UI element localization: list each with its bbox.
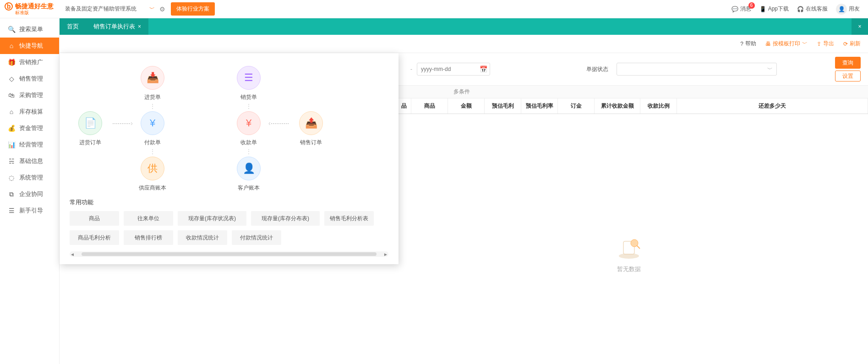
sidebar-item-inventory[interactable]: ⌂ 库存核算 [0,103,59,120]
empty-text: 暂无数据 [617,265,641,273]
quicknav-flyout: 📄 进货订单 📥 进货单 ⋮ ¥ 付款单 ⋮ [60,53,399,264]
gear-icon[interactable]: ⚙ [159,5,165,13]
export-icon: ⇪ [817,41,821,47]
flyout-scrollbar[interactable]: ◄ ► [70,251,388,257]
app-download-button[interactable]: 📱 App下载 [759,5,789,13]
settings-icon: ◌ [7,174,16,181]
help-label: 帮助 [745,40,756,48]
flow-sale[interactable]: ☰ 销货单 [228,66,269,101]
tab-active-label: 销售订单执行表 [93,22,135,31]
arrow-down-icon: ⋮ [246,148,251,155]
flow-purchase-order[interactable]: 📄 进货订单 [70,111,111,147]
sidebar-item-label: 营销推广 [19,58,43,66]
export-label: 导出 [823,40,834,48]
common-btn-contacts[interactable]: 往来单位 [124,211,173,226]
refresh-icon: ⟳ [843,41,848,47]
common-functions-title: 常用功能 [70,198,388,206]
system-select-label: 装备及固定资产辅助管理系统 [65,5,136,13]
scroll-right-icon[interactable]: ► [383,252,388,257]
system-select[interactable]: 装备及固定资产辅助管理系统 ﹀ [65,5,155,13]
export-button[interactable]: ⇪ 导出 [817,40,834,48]
sidebar-item-collab[interactable]: ⧉ 企业协同 [0,186,59,202]
sidebar-item-basic[interactable]: ☵ 基础信息 [0,153,59,169]
print-button[interactable]: 🖶 按模板打印 ﹀ [765,40,808,48]
flow-payment[interactable]: ¥ 付款单 [132,111,173,147]
status-select[interactable]: ﹀ [617,63,777,76]
tab-active[interactable]: 销售订单执行表 × [86,18,148,35]
flow-label: 销售订单 [300,139,322,147]
tabs-bar: 首页 销售订单执行表 × × [60,18,868,35]
user-name: 用友 [849,5,860,13]
flow-label: 供应商账本 [139,184,166,192]
brand: b 畅捷通好生意 标准版 [0,2,60,16]
table-col-3: 预估毛利 [485,98,521,114]
tab-home-label: 首页 [67,22,79,31]
flow-label: 进货单 [144,93,161,101]
flow-supplier-book[interactable]: 供 供应商账本 [132,157,173,192]
query-button[interactable]: 查询 [835,57,861,69]
tabs-close-all[interactable]: × [852,18,868,35]
table-col-4: 预估毛利率 [521,98,558,114]
close-icon[interactable]: × [138,23,141,30]
app-download-label: App下载 [768,5,789,13]
bag-icon: 🛍 [7,92,16,99]
sidebar-search[interactable]: 🔍 搜索菜单 [0,21,59,38]
avatar-icon: 👤 [836,4,847,15]
top-header: b 畅捷通好生意 标准版 装备及固定资产辅助管理系统 ﹀ ⚙ 体验行业方案 💬 … [0,0,868,18]
doc-arrow-icon: 📄 [78,111,102,135]
page-toolbar: ? 帮助 🖶 按模板打印 ﹀ ⇪ 导出 ⟳ 刷新 [60,35,868,53]
empty-illustration-icon [615,233,643,261]
common-btn-payment-stat[interactable]: 付款情况统计 [232,230,281,245]
sidebar-item-system[interactable]: ◌ 系统管理 [0,169,59,186]
online-service-button[interactable]: 🎧 在线客服 [797,5,828,13]
sidebar-item-label: 新手引导 [19,206,43,215]
refresh-button[interactable]: ⟳ 刷新 [843,40,861,48]
sidebar-item-guide[interactable]: ☰ 新手引导 [0,202,59,219]
common-btn-stock-status[interactable]: 现存量(库存状况表) [178,211,246,226]
money-out-icon: ¥ [141,111,164,135]
arrow-down-icon: ⋮ [150,103,155,109]
flow-label: 客户账本 [238,184,260,192]
tab-home[interactable]: 首页 [60,18,86,35]
sidebar-item-label: 基础信息 [19,157,43,165]
common-btn-product-profit[interactable]: 商品毛利分析 [70,230,119,245]
chevron-down-icon: ﹀ [149,5,155,13]
sidebar-item-sales[interactable]: ◇ 销售管理 [0,71,59,87]
chevron-down-icon: ﹀ [767,65,773,73]
sidebar-item-finance[interactable]: 💰 资金管理 [0,120,59,136]
sidebar: 🔍 搜索菜单 ⌂ 快捷导航 🎁 营销推广 ◇ 销售管理 🛍 采购管理 ⌂ 库存核… [0,18,60,364]
print-icon: 🖶 [765,41,771,47]
warehouse-icon: ⌂ [7,108,16,115]
customer-icon: 👤 [237,157,261,180]
brand-subtitle: 标准版 [15,10,29,16]
sidebar-item-quicknav[interactable]: ⌂ 快捷导航 [0,38,59,54]
user-menu[interactable]: 👤 用友 [836,4,860,15]
date-separator: - [410,66,412,72]
flow-purchase[interactable]: 📥 进货单 [132,66,173,101]
flow-customer-book[interactable]: 👤 客户账本 [228,157,269,192]
gift-icon: 🎁 [7,59,16,66]
common-btn-sales-profit[interactable]: 销售毛利分析表 [324,211,374,226]
common-btn-product[interactable]: 商品 [70,211,119,226]
set-button[interactable]: 设置 [835,71,861,81]
experience-button[interactable]: 体验行业方案 [171,2,215,16]
flow-receipt[interactable]: ¥ 收款单 [228,111,269,147]
svg-line-3 [637,245,640,249]
more-conditions-label: 多条件 [453,88,470,96]
date-to-input[interactable]: 📅 [417,63,490,76]
sidebar-item-purchase[interactable]: 🛍 采购管理 [0,87,59,103]
scroll-left-icon[interactable]: ◄ [70,252,75,257]
sidebar-item-operation[interactable]: 📊 经营管理 [0,136,59,153]
headset-icon: 🎧 [797,6,804,12]
common-btn-receipt-stat[interactable]: 收款情况统计 [178,230,227,245]
messages-button[interactable]: 💬 消息 6 [732,5,751,13]
guide-icon: ☰ [7,207,16,214]
common-btn-sales-rank[interactable]: 销售排行榜 [124,230,173,245]
help-button[interactable]: ? 帮助 [740,40,756,48]
flow-sale-order[interactable]: 📤 销售订单 [290,111,332,147]
common-btn-stock-dist[interactable]: 现存量(库存分布表) [251,211,320,226]
home-icon: ⌂ [7,42,16,49]
scroll-track[interactable] [82,252,377,256]
sidebar-item-marketing[interactable]: 🎁 营销推广 [0,54,59,71]
date-to-field[interactable] [417,63,490,76]
